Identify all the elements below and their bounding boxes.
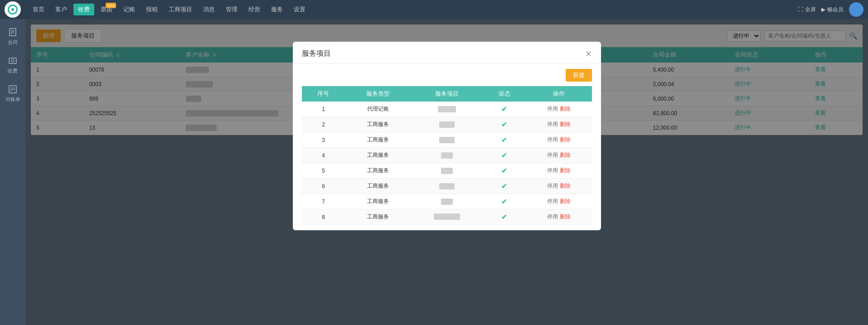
status-check-icon: ✔ bbox=[501, 121, 507, 128]
nav-bookkeeping[interactable]: 记账 bbox=[119, 4, 140, 15]
modal-table-row: 8 工商服务 ████注册 ✔ 停用 删除 bbox=[302, 209, 592, 225]
status-check-icon: ✔ bbox=[501, 136, 507, 144]
member-label: 畅会员 bbox=[827, 6, 844, 14]
stop-button[interactable]: 停用 bbox=[547, 182, 558, 190]
modal-title: 服务项目 bbox=[302, 49, 331, 58]
delete-button[interactable]: 删除 bbox=[560, 121, 571, 128]
svg-rect-4 bbox=[9, 58, 16, 63]
sidebar-label-fee: 收费 bbox=[8, 68, 18, 74]
delete-button[interactable]: 删除 bbox=[560, 213, 571, 221]
modal-table: 序号 服务类型 服务项目 状态 操作 1 代理记账 ████1 ✔ bbox=[302, 86, 592, 225]
modal-cell-action: 停用 删除 bbox=[526, 102, 592, 117]
modal-cell-type: 工商服务 bbox=[345, 179, 411, 194]
modal-cell-status: ✔ bbox=[483, 209, 526, 225]
delete-button[interactable]: 删除 bbox=[560, 167, 571, 175]
modal-cell-type: 工商服务 bbox=[345, 148, 411, 163]
modal-body: 新建 序号 服务类型 服务项目 状态 操作 bbox=[293, 63, 601, 230]
fee-icon bbox=[8, 56, 18, 66]
status-check-icon: ✔ bbox=[501, 198, 507, 205]
stop-button[interactable]: 停用 bbox=[547, 136, 558, 144]
sidebar-item-contract[interactable]: 合同 bbox=[1, 24, 24, 49]
modal-cell-seq: 5 bbox=[302, 163, 345, 179]
avatar[interactable] bbox=[849, 2, 863, 17]
modal-cell-item: ████ bbox=[411, 132, 482, 148]
modal-cell-item: ███ bbox=[411, 194, 482, 209]
modal-cell-item: ████注册 bbox=[411, 209, 482, 225]
status-check-icon: ✔ bbox=[501, 105, 507, 113]
modal-cell-seq: 4 bbox=[302, 148, 345, 163]
stop-button[interactable]: 停用 bbox=[547, 198, 558, 205]
nav-service[interactable]: 服务 bbox=[267, 4, 287, 15]
modal-table-container[interactable]: 序号 服务类型 服务项目 状态 操作 1 代理记账 ████1 ✔ bbox=[302, 86, 592, 225]
modal-cell-status: ✔ bbox=[483, 132, 526, 148]
modal-table-row: 2 工商服务 ████ ✔ 停用 删除 bbox=[302, 117, 592, 132]
nav-manage[interactable]: 管理 bbox=[221, 4, 242, 15]
sidebar: 合同 收费 对账单 bbox=[0, 19, 25, 325]
sidebar-item-statement[interactable]: 对账单 bbox=[1, 81, 24, 107]
modal-cell-action: 停用 删除 bbox=[526, 148, 592, 163]
modal-cell-item: ████ bbox=[411, 117, 482, 132]
nav-operation[interactable]: 经营 bbox=[244, 4, 265, 15]
delete-button[interactable]: 删除 bbox=[560, 151, 571, 159]
modal-cell-type: 工商服务 bbox=[345, 209, 411, 225]
stop-button[interactable]: 停用 bbox=[547, 213, 558, 221]
nav-message[interactable]: 消息 bbox=[199, 4, 219, 15]
delete-button[interactable]: 删除 bbox=[560, 105, 571, 113]
nav-client[interactable]: 客户 bbox=[51, 4, 72, 15]
modal-cell-action: 停用 删除 bbox=[526, 179, 592, 194]
nav-invoice[interactable]: 票据 new bbox=[96, 4, 117, 15]
modal-cell-seq: 3 bbox=[302, 132, 345, 148]
modal-cell-status: ✔ bbox=[483, 148, 526, 163]
delete-button[interactable]: 删除 bbox=[560, 182, 571, 190]
stop-button[interactable]: 停用 bbox=[547, 121, 558, 128]
svg-point-5 bbox=[11, 59, 14, 62]
app-logo bbox=[5, 1, 21, 18]
fullscreen-label: 全屏 bbox=[805, 6, 816, 14]
sidebar-label-contract: 合同 bbox=[8, 39, 18, 46]
modal-cell-type: 工商服务 bbox=[345, 194, 411, 209]
nav-settings[interactable]: 设置 bbox=[289, 4, 310, 15]
modal-cell-item: ████ bbox=[411, 179, 482, 194]
sidebar-label-statement: 对账单 bbox=[5, 96, 20, 103]
modal-table-row: 3 工商服务 ████ ✔ 停用 删除 bbox=[302, 132, 592, 148]
modal-cell-action: 停用 删除 bbox=[526, 117, 592, 132]
modal-cell-status: ✔ bbox=[483, 194, 526, 209]
stop-button[interactable]: 停用 bbox=[547, 151, 558, 159]
modal-new-button[interactable]: 新建 bbox=[566, 69, 592, 82]
status-check-icon: ✔ bbox=[501, 167, 507, 175]
modal-cell-item: ███ bbox=[411, 163, 482, 179]
video-icon: ▶ bbox=[821, 6, 825, 13]
modal-cell-status: ✔ bbox=[483, 117, 526, 132]
modal-table-row: 7 工商服务 ███ ✔ 停用 删除 bbox=[302, 194, 592, 209]
top-navigation: 首页 客户 收费 票据 new 记账 报税 工商项目 消息 管理 经营 服务 设… bbox=[0, 0, 868, 19]
nav-tax[interactable]: 报税 bbox=[141, 4, 162, 15]
modal-cell-item: ███ bbox=[411, 148, 482, 163]
modal-table-row: 4 工商服务 ███ ✔ 停用 删除 bbox=[302, 148, 592, 163]
modal-table-row: 1 代理记账 ████1 ✔ 停用 删除 bbox=[302, 102, 592, 117]
modal-overlay: 服务项目 ✕ 新建 序号 服务类型 服务项目 bbox=[25, 19, 868, 325]
sidebar-item-fee[interactable]: 收费 bbox=[1, 52, 24, 78]
member-button[interactable]: ▶ 畅会员 bbox=[821, 6, 844, 14]
status-check-icon: ✔ bbox=[501, 151, 507, 159]
nav-fee[interactable]: 收费 bbox=[73, 4, 94, 15]
nav-right-area: ⛶ 全屏 ▶ 畅会员 bbox=[798, 2, 863, 17]
modal-cell-seq: 1 bbox=[302, 102, 345, 117]
stop-button[interactable]: 停用 bbox=[547, 167, 558, 175]
modal-close-button[interactable]: ✕ bbox=[585, 50, 592, 58]
stop-button[interactable]: 停用 bbox=[547, 105, 558, 113]
modal-cell-seq: 8 bbox=[302, 209, 345, 225]
modal-col-status: 状态 bbox=[483, 86, 526, 102]
modal-cell-item: ████1 bbox=[411, 102, 482, 117]
delete-button[interactable]: 删除 bbox=[560, 136, 571, 144]
modal-table-row: 6 工商服务 ████ ✔ 停用 删除 bbox=[302, 179, 592, 194]
service-modal: 服务项目 ✕ 新建 序号 服务类型 服务项目 bbox=[293, 42, 601, 230]
modal-cell-action: 停用 删除 bbox=[526, 209, 592, 225]
nav-home[interactable]: 首页 bbox=[28, 4, 49, 15]
statement-icon bbox=[8, 84, 18, 94]
nav-menu: 首页 客户 收费 票据 new 记账 报税 工商项目 消息 管理 经营 服务 设… bbox=[28, 4, 798, 15]
nav-business[interactable]: 工商项目 bbox=[164, 4, 197, 15]
fullscreen-button[interactable]: ⛶ 全屏 bbox=[798, 6, 816, 14]
modal-toolbar: 新建 bbox=[302, 69, 592, 82]
delete-button[interactable]: 删除 bbox=[560, 198, 571, 205]
modal-col-item: 服务项目 bbox=[411, 86, 482, 102]
